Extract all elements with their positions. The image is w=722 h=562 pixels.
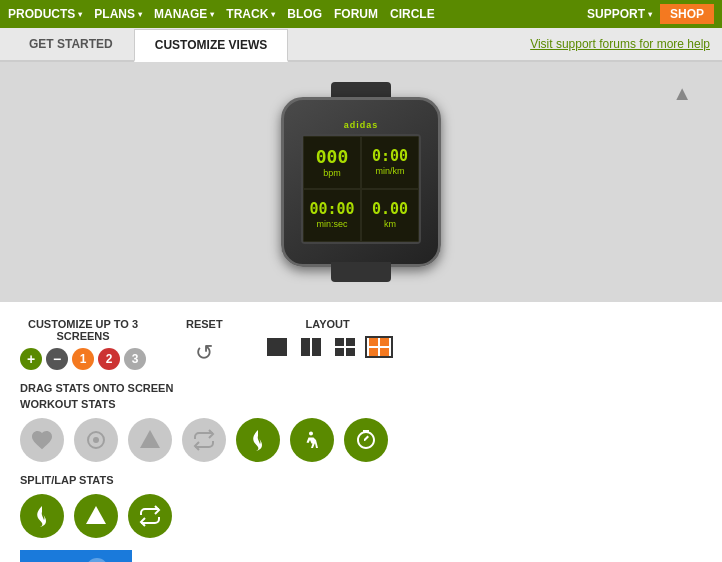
watch-unit-pace: min/km (376, 166, 405, 176)
layout-two-row[interactable] (331, 336, 359, 358)
watch-value-time: 00:00 (309, 202, 354, 217)
watch-unit-bpm: bpm (323, 168, 341, 178)
stat-icon-calories[interactable] (236, 418, 280, 462)
stat-icon-timer[interactable] (344, 418, 388, 462)
shop-button[interactable]: SHOP (660, 4, 714, 24)
tabs-bar: GET STARTED CUSTOMIZE VIEWS Visit suppor… (0, 28, 722, 62)
nav-circle[interactable]: CIRCLE (390, 7, 435, 21)
split-lap-label: SPLIT/LAP STATS (20, 474, 702, 486)
split-stat-icons (20, 494, 702, 538)
workout-stats-label: WORKOUT STATS (20, 398, 702, 410)
stat-icon-steps[interactable] (290, 418, 334, 462)
save-arrow-icon: ▶ (86, 558, 108, 562)
watch-body: adidas 000 bpm 0:00 min/km 00:00 min:sec… (281, 97, 441, 267)
stat-icon-heart[interactable] (20, 418, 64, 462)
watch-screen[interactable]: 000 bpm 0:00 min/km 00:00 min:sec 0.00 k… (301, 134, 421, 244)
layout-four[interactable] (365, 336, 393, 358)
support-arrow-icon: ▾ (648, 10, 652, 19)
adidas-logo: adidas (344, 120, 379, 130)
split-icon-calories[interactable] (20, 494, 64, 538)
screen-2-button[interactable]: 2 (98, 348, 120, 370)
add-screen-button[interactable]: + (20, 348, 42, 370)
controls-area: CUSTOMIZE UP TO 3 SCREENS + − 1 2 3 RESE… (0, 302, 722, 562)
split-icon-loop[interactable] (128, 494, 172, 538)
save-button[interactable]: SAVE ▶ (20, 550, 132, 562)
watch-container: adidas 000 bpm 0:00 min/km 00:00 min:sec… (281, 82, 441, 282)
stat-icon-cadence[interactable] (74, 418, 118, 462)
stat-icon-elevation[interactable] (128, 418, 172, 462)
watch-strap-bottom (331, 262, 391, 282)
nav-track[interactable]: TRACK ▾ (226, 7, 275, 21)
support-link[interactable]: Visit support forums for more help (530, 37, 710, 51)
track-arrow-icon: ▾ (271, 10, 275, 19)
screen-3-indicator: 3 (124, 348, 146, 370)
top-navigation: PRODUCTS ▾ PLANS ▾ MANAGE ▾ TRACK ▾ BLOG… (0, 0, 722, 28)
watch-value-distance: 0.00 (372, 202, 408, 217)
screen-1-button[interactable]: 1 (72, 348, 94, 370)
reset-button[interactable]: ↺ (187, 336, 221, 370)
layout-group: LAYOUT (263, 318, 393, 358)
watch-cell-pace: 0:00 min/km (361, 136, 419, 189)
customize-screens-group: CUSTOMIZE UP TO 3 SCREENS + − 1 2 3 (20, 318, 146, 370)
nav-items-right: SUPPORT ▾ SHOP (587, 4, 714, 24)
split-icon-elevation[interactable] (74, 494, 118, 538)
watch-value-pace: 0:00 (372, 149, 408, 164)
layout-label: LAYOUT (263, 318, 393, 330)
watch-value-bpm: 000 (316, 148, 349, 166)
tab-customize-views[interactable]: CUSTOMIZE VIEWS (134, 29, 288, 62)
screen-controls: + − 1 2 3 (20, 348, 146, 370)
tab-get-started[interactable]: GET STARTED (8, 28, 134, 60)
remove-screen-button[interactable]: − (46, 348, 68, 370)
customize-label: CUSTOMIZE UP TO 3 SCREENS (20, 318, 146, 342)
layout-single[interactable] (263, 336, 291, 358)
nav-support[interactable]: SUPPORT ▾ (587, 7, 652, 21)
watch-unit-distance: km (384, 219, 396, 229)
manage-arrow-icon: ▾ (210, 10, 214, 19)
nav-products[interactable]: PRODUCTS ▾ (8, 7, 82, 21)
nav-items-left: PRODUCTS ▾ PLANS ▾ MANAGE ▾ TRACK ▾ BLOG… (8, 7, 435, 21)
watch-cell-distance: 0.00 km (361, 189, 419, 242)
watch-cell-time: 00:00 min:sec (303, 189, 361, 242)
nav-plans[interactable]: PLANS ▾ (94, 7, 142, 21)
nav-blog[interactable]: BLOG (287, 7, 322, 21)
watch-unit-time: min:sec (316, 219, 347, 229)
workout-stat-icons (20, 418, 702, 462)
drag-stats-label: DRAG STATS ONTO SCREEN (20, 382, 702, 394)
nav-manage[interactable]: MANAGE ▾ (154, 7, 214, 21)
watch-display-area: ▲ adidas 000 bpm 0:00 min/km 00:00 min:s… (0, 62, 722, 302)
nav-forum[interactable]: FORUM (334, 7, 378, 21)
layout-options (263, 336, 393, 358)
controls-row-top: CUSTOMIZE UP TO 3 SCREENS + − 1 2 3 RESE… (20, 318, 702, 370)
reset-group: RESET ↺ (186, 318, 223, 370)
layout-two-col[interactable] (297, 336, 325, 358)
stat-icon-loop[interactable] (182, 418, 226, 462)
plans-arrow-icon: ▾ (138, 10, 142, 19)
up-arrow-icon[interactable]: ▲ (672, 82, 692, 105)
products-arrow-icon: ▾ (78, 10, 82, 19)
reset-label: RESET (186, 318, 223, 330)
watch-cell-bpm: 000 bpm (303, 136, 361, 189)
svg-point-1 (93, 437, 99, 443)
